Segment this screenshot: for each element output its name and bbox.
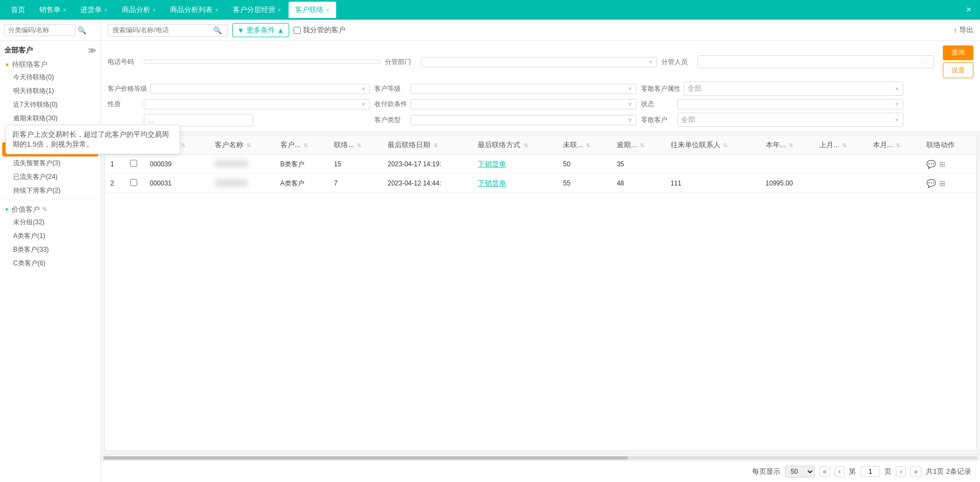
export-button[interactable]: ↑ 导出: [954, 25, 974, 35]
retail-attr-field: 零散客户属性 全部 ▼: [641, 82, 903, 96]
sidebar-search-area: 🔍: [0, 20, 101, 41]
table-row: 1 000039 B类客户 15 2023-04-17 14:19: 下销货单 …: [105, 155, 976, 174]
my-customers-checkbox[interactable]: [294, 27, 301, 34]
contact-method-link-2[interactable]: 下销货单: [478, 179, 506, 187]
sort-icon-10[interactable]: ⇅: [789, 142, 793, 148]
per-page-select[interactable]: 50 100 200: [785, 466, 815, 478]
horizontal-scrollbar[interactable]: [101, 454, 980, 461]
settings-button[interactable]: 设置: [943, 62, 973, 78]
customer-level-input[interactable]: ▼: [410, 84, 637, 94]
row-overdue-1: 35: [611, 155, 665, 174]
row-this-month-2: [867, 174, 921, 193]
sidebar-item-c-class[interactable]: C类客户(6): [0, 257, 101, 270]
action-buttons-1: 💬 ⊞: [926, 160, 971, 169]
nav-tab-purchase[interactable]: 进货单 ×: [74, 2, 114, 18]
chat-icon-2[interactable]: 💬: [926, 179, 936, 188]
chat-icon-1[interactable]: 💬: [926, 160, 936, 169]
sort-icon-2[interactable]: ⇅: [247, 142, 251, 148]
next-page-button[interactable]: ›: [896, 466, 906, 477]
status-input[interactable]: ▼: [677, 99, 903, 109]
nav-tab-customer-tier[interactable]: 客户分层经营 ×: [226, 2, 287, 18]
gender-input[interactable]: ▼: [144, 99, 370, 109]
payment-input[interactable]: ▼: [410, 99, 637, 109]
last-page-button[interactable]: »: [910, 466, 922, 477]
close-icon[interactable]: ×: [63, 7, 66, 13]
row-last-method-1[interactable]: 下销货单: [472, 155, 558, 174]
filter-icon: ▼: [237, 26, 244, 34]
grid-icon-2[interactable]: ⊞: [939, 179, 946, 188]
customer-name-blurred-2: [215, 179, 248, 187]
sort-icon-12[interactable]: ⇅: [896, 142, 900, 148]
contact-method-link-1[interactable]: 下销货单: [478, 160, 506, 168]
sidebar-search-input[interactable]: [4, 24, 75, 36]
sidebar-item-b-class[interactable]: B类客户(33): [0, 243, 101, 257]
close-icon[interactable]: ×: [278, 7, 281, 13]
nav-tab-sales[interactable]: 销售单 ×: [33, 2, 73, 18]
price-level-field: 客户价格等级 ▼: [108, 84, 370, 94]
edit-icon[interactable]: ✎: [42, 206, 48, 213]
scroll-thumb[interactable]: [103, 456, 628, 460]
col-header-action: 联络动作: [921, 136, 976, 155]
search-icon[interactable]: 🔍: [78, 26, 86, 34]
dept-input[interactable]: ▼: [421, 57, 658, 67]
phone-field: 电话号码: [108, 57, 380, 67]
row-select-2[interactable]: [130, 179, 137, 186]
prev-page-button[interactable]: ‹: [835, 466, 844, 477]
row-checkbox-1[interactable]: [125, 155, 144, 174]
nav-tab-customer-contact[interactable]: 客户联络 ×: [289, 2, 336, 18]
grid-icon-1[interactable]: ⊞: [939, 160, 946, 169]
sidebar-item-7days[interactable]: 近7天待联络(0): [0, 98, 101, 112]
col-header-name: 客户名称 ⇅: [209, 136, 274, 155]
close-icon[interactable]: ×: [104, 7, 107, 13]
more-conditions-button[interactable]: ▼ 更多条件 ▲: [232, 23, 289, 37]
sidebar-item-ungroup[interactable]: 未分组(32): [0, 216, 101, 229]
sort-icon-7[interactable]: ⇅: [586, 142, 590, 148]
sidebar-collapse-button[interactable]: ≫: [88, 46, 96, 55]
sort-icon-4[interactable]: ⇅: [357, 142, 361, 148]
price-level-input[interactable]: ▼: [150, 84, 370, 94]
first-page-button[interactable]: «: [819, 466, 831, 477]
sidebar-item-tomorrow[interactable]: 明天待联络(1): [0, 84, 101, 98]
customer-type-input[interactable]: ▼: [410, 115, 637, 125]
sidebar-item-lost-preview[interactable]: 流失预警客户(3): [0, 156, 101, 170]
close-icon[interactable]: ×: [215, 7, 218, 13]
sidebar-item-today[interactable]: 今天待联络(0): [0, 71, 101, 84]
my-customers-checkbox-area: 我分管的客户: [294, 25, 345, 35]
sort-icon-3[interactable]: ⇅: [303, 142, 308, 148]
row-last-method-2[interactable]: 下销货单: [472, 174, 558, 193]
sort-icon-9[interactable]: ⇅: [723, 142, 727, 148]
close-icon[interactable]: ×: [152, 7, 156, 13]
row-checkbox-2[interactable]: [125, 174, 144, 193]
search-input[interactable]: [113, 26, 211, 34]
main-layout: 🔍 全部客户 ≫ ▼ 待联络客户 今天待联络(0) 明天待联络(1) 近7天待联…: [0, 20, 980, 482]
sort-icon-8[interactable]: ⇅: [640, 142, 644, 148]
top-nav: 首页 销售单 × 进货单 × 商品分析 × 商品分析列表 × 客户分层经营 × …: [0, 0, 980, 20]
nav-tab-home[interactable]: 首页: [4, 2, 32, 18]
row-select-1[interactable]: [130, 160, 137, 167]
query-button[interactable]: 查询: [943, 45, 973, 60]
sidebar-item-a-class[interactable]: A类客户(1): [0, 229, 101, 243]
triangle-icon: ▼: [4, 62, 10, 68]
person-input[interactable]: ···: [697, 55, 934, 68]
page-number-input[interactable]: [860, 466, 880, 477]
scroll-track[interactable]: [103, 456, 978, 460]
sort-icon-6[interactable]: ⇅: [524, 142, 528, 148]
sidebar-item-lost[interactable]: 已流失客户(24): [0, 170, 101, 184]
nav-tab-product-list[interactable]: 商品分析列表 ×: [163, 2, 225, 18]
row-last-date-2: 2023-04-12 14:44:: [382, 174, 472, 193]
filter-row-3: 性质 ▼ 收付款条件 ▼ 状态: [108, 99, 973, 109]
nav-tab-product-analysis[interactable]: 商品分析 ×: [115, 2, 162, 18]
payment-field: 收付款条件 ▼: [374, 99, 637, 109]
search-icon-filter[interactable]: 🔍: [213, 26, 222, 34]
retail-attr-input[interactable]: 全部 ▼: [684, 82, 903, 96]
sort-icon-11[interactable]: ⇅: [842, 142, 847, 148]
window-close-button[interactable]: ×: [962, 5, 976, 15]
sidebar-item-declining[interactable]: 持续下滑客户(2): [0, 184, 101, 198]
sidebar-item-overdue[interactable]: 逾期未联络(30): [0, 112, 101, 125]
phone-input[interactable]: [144, 60, 380, 64]
sort-icon[interactable]: ⇅: [181, 142, 185, 148]
sort-icon-5[interactable]: ⇅: [433, 142, 438, 148]
retail-customer-input[interactable]: 全部 ▼: [677, 113, 903, 127]
retail-customer-field: 零散客户 全部 ▼: [641, 113, 903, 127]
close-icon[interactable]: ×: [326, 7, 329, 13]
